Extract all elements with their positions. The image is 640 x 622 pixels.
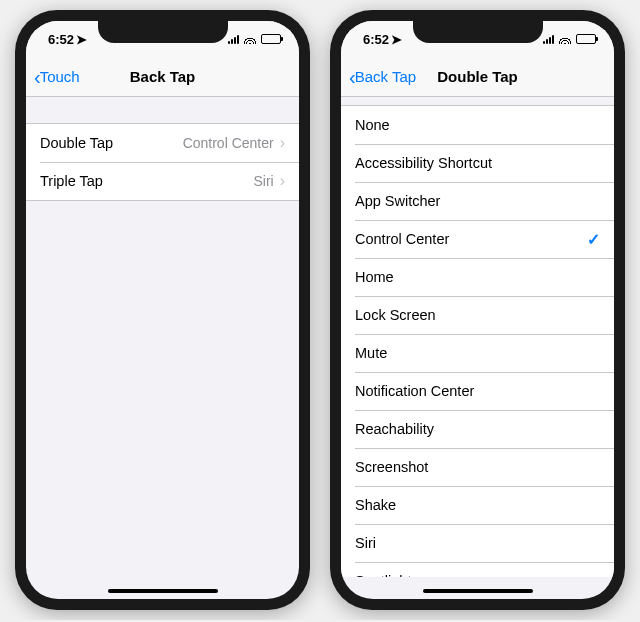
checkmark-icon: ✓: [587, 230, 600, 249]
row-double-tap[interactable]: Double Tap Control Center ›: [26, 124, 299, 162]
nav-title: Back Tap: [130, 68, 196, 85]
chevron-right-icon: ›: [280, 172, 285, 190]
home-indicator[interactable]: [108, 589, 218, 593]
option-label: None: [355, 117, 600, 133]
phone-right: 6:52 ➤ ‹ Back Tap Double Tap NoneAccessi…: [330, 10, 625, 610]
nav-bar: ‹ Touch Back Tap: [26, 57, 299, 97]
row-triple-tap[interactable]: Triple Tap Siri ›: [26, 162, 299, 200]
option-label: Spotlight: [355, 573, 600, 577]
status-time: 6:52: [363, 32, 389, 47]
cellular-icon: [228, 34, 239, 44]
nav-bar: ‹ Back Tap Double Tap: [341, 57, 614, 97]
status-time: 6:52: [48, 32, 74, 47]
option-label: Screenshot: [355, 459, 600, 475]
option-label: Reachability: [355, 421, 600, 437]
option-label: Home: [355, 269, 600, 285]
notch: [413, 21, 543, 43]
content-left[interactable]: Double Tap Control Center › Triple Tap S…: [26, 97, 299, 577]
option-row[interactable]: Notification Center: [341, 372, 614, 410]
option-row[interactable]: None: [341, 106, 614, 144]
option-row[interactable]: Spotlight: [341, 562, 614, 577]
battery-icon: [261, 34, 281, 44]
option-label: Shake: [355, 497, 600, 513]
screen-left: 6:52 ➤ ‹ Touch Back Tap Double Tap Contr…: [26, 21, 299, 599]
chevron-right-icon: ›: [280, 134, 285, 152]
back-label: Touch: [40, 68, 80, 85]
cellular-icon: [543, 34, 554, 44]
content-right[interactable]: NoneAccessibility ShortcutApp SwitcherCo…: [341, 97, 614, 577]
battery-icon: [576, 34, 596, 44]
option-row[interactable]: Home: [341, 258, 614, 296]
home-indicator[interactable]: [423, 589, 533, 593]
row-label: Double Tap: [40, 135, 183, 151]
back-button[interactable]: ‹ Touch: [34, 67, 80, 87]
option-row[interactable]: Mute: [341, 334, 614, 372]
row-label: Triple Tap: [40, 173, 253, 189]
option-label: Siri: [355, 535, 600, 551]
option-row[interactable]: App Switcher: [341, 182, 614, 220]
option-label: Accessibility Shortcut: [355, 155, 600, 171]
option-label: Mute: [355, 345, 600, 361]
option-row[interactable]: Siri: [341, 524, 614, 562]
location-icon: ➤: [76, 32, 87, 47]
option-label: Control Center: [355, 231, 587, 247]
option-label: Notification Center: [355, 383, 600, 399]
notch: [98, 21, 228, 43]
option-row[interactable]: Reachability: [341, 410, 614, 448]
phone-left: 6:52 ➤ ‹ Touch Back Tap Double Tap Contr…: [15, 10, 310, 610]
back-button[interactable]: ‹ Back Tap: [349, 67, 416, 87]
wifi-icon: [243, 34, 257, 44]
option-label: App Switcher: [355, 193, 600, 209]
nav-title: Double Tap: [437, 68, 518, 85]
option-row[interactable]: Lock Screen: [341, 296, 614, 334]
back-label: Back Tap: [355, 68, 416, 85]
options-list: NoneAccessibility ShortcutApp SwitcherCo…: [341, 105, 614, 577]
location-icon: ➤: [391, 32, 402, 47]
option-label: Lock Screen: [355, 307, 600, 323]
row-value: Control Center: [183, 135, 274, 151]
option-row[interactable]: Shake: [341, 486, 614, 524]
wifi-icon: [558, 34, 572, 44]
option-row[interactable]: Accessibility Shortcut: [341, 144, 614, 182]
settings-list: Double Tap Control Center › Triple Tap S…: [26, 123, 299, 201]
row-value: Siri: [253, 173, 273, 189]
option-row[interactable]: Screenshot: [341, 448, 614, 486]
option-row[interactable]: Control Center✓: [341, 220, 614, 258]
screen-right: 6:52 ➤ ‹ Back Tap Double Tap NoneAccessi…: [341, 21, 614, 599]
